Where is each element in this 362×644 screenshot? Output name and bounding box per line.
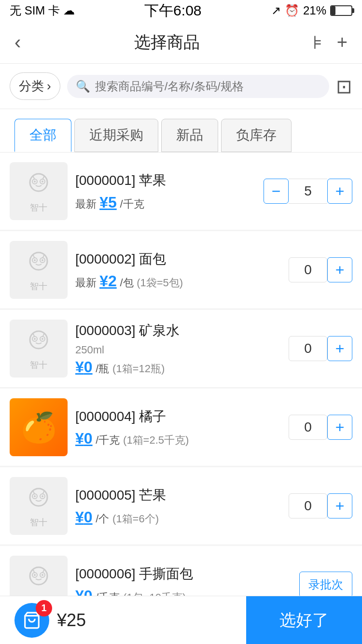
svg-point-18 bbox=[34, 495, 36, 497]
svg-point-23 bbox=[34, 574, 36, 576]
battery-fill bbox=[331, 6, 335, 15]
owl-label: 智十 bbox=[30, 359, 47, 371]
qty-control: + bbox=[289, 257, 352, 282]
product-image: 智十 bbox=[10, 320, 68, 378]
product-price: 最新 ¥5 /千克 bbox=[75, 194, 256, 211]
search-icon: 🔍 bbox=[76, 80, 90, 93]
qty-input[interactable] bbox=[289, 179, 327, 204]
product-name: [0000001] 苹果 bbox=[75, 171, 256, 190]
location-icon: ↗ bbox=[271, 4, 281, 17]
owl-label: 智十 bbox=[30, 517, 47, 528]
add-icon[interactable]: + bbox=[337, 32, 348, 53]
product-name: [0000004] 橘子 bbox=[75, 407, 281, 426]
status-left: 无 SIM 卡 ☁ bbox=[10, 3, 75, 18]
tab-new[interactable]: 新品 bbox=[161, 119, 218, 152]
qty-plus-button[interactable]: + bbox=[327, 257, 352, 282]
product-price: ¥0 /个 (1箱=6个) bbox=[75, 508, 281, 526]
owl-label: 智十 bbox=[30, 202, 47, 213]
batch-button[interactable]: 录批次 bbox=[299, 572, 352, 598]
tab-negative[interactable]: 负库存 bbox=[221, 119, 292, 152]
product-item: 🍊 [0000004] 橘子 ¥0 /千克 (1箱=2.5千克) + bbox=[0, 389, 362, 466]
svg-point-24 bbox=[42, 574, 43, 576]
tab-bar: 全部 近期采购 新品 负库存 bbox=[0, 109, 362, 153]
product-name: [0000002] 面包 bbox=[75, 250, 281, 268]
qty-control: + bbox=[289, 336, 352, 361]
status-bar: 无 SIM 卡 ☁ 下午6:08 ↗ ⏰ 21% bbox=[0, 0, 362, 21]
qty-plus-button[interactable]: + bbox=[327, 179, 352, 204]
page-title: 选择商品 bbox=[134, 31, 200, 54]
back-button[interactable]: ‹ bbox=[14, 31, 21, 53]
product-list: 智十 [0000001] 苹果 最新 ¥5 /千克 − + bbox=[0, 153, 362, 644]
product-info: [0000001] 苹果 最新 ¥5 /千克 bbox=[75, 171, 256, 211]
product-name: [0000006] 手撕面包 bbox=[75, 565, 292, 583]
product-info: [0000005] 芒果 ¥0 /个 (1箱=6个) bbox=[75, 486, 281, 526]
product-placeholder: 智十 bbox=[10, 162, 68, 220]
qty-input[interactable] bbox=[289, 493, 327, 518]
product-price: 最新 ¥2 /包 (1袋=5包) bbox=[75, 272, 281, 290]
chevron-right-icon: › bbox=[47, 79, 51, 94]
qty-plus-button[interactable]: + bbox=[327, 336, 352, 361]
qty-plus-button[interactable]: + bbox=[327, 493, 352, 518]
product-price: ¥0 /瓶 (1箱=12瓶) bbox=[75, 358, 281, 376]
qty-minus-button[interactable]: − bbox=[264, 179, 289, 204]
product-image: 智十 bbox=[10, 241, 68, 299]
battery-icon bbox=[330, 5, 352, 16]
qty-control: + bbox=[289, 415, 352, 440]
sim-label: 无 SIM 卡 ☁ bbox=[10, 3, 75, 18]
search-input[interactable] bbox=[95, 80, 320, 93]
cart-area: 1 ¥25 bbox=[0, 603, 246, 638]
product-info: [0000004] 橘子 ¥0 /千克 (1箱=2.5千克) bbox=[75, 407, 281, 448]
product-name: [0000003] 矿泉水 bbox=[75, 322, 281, 340]
product-item: 智十 [0000005] 芒果 ¥0 /个 (1箱=6个) + bbox=[0, 467, 362, 545]
qty-input[interactable] bbox=[289, 336, 327, 361]
svg-point-19 bbox=[42, 495, 43, 497]
product-info: [0000002] 面包 最新 ¥2 /包 (1袋=5包) bbox=[75, 250, 281, 290]
product-item: 智十 [0000002] 面包 最新 ¥2 /包 (1袋=5包) + bbox=[0, 231, 362, 309]
svg-point-8 bbox=[34, 259, 36, 261]
svg-point-4 bbox=[42, 181, 43, 182]
svg-point-14 bbox=[42, 338, 43, 340]
product-name: [0000005] 芒果 bbox=[75, 486, 281, 504]
category-label: 分类 bbox=[19, 78, 44, 95]
status-right: ↗ ⏰ 21% bbox=[271, 4, 352, 17]
product-placeholder: 智十 bbox=[10, 477, 68, 535]
cart-badge: 1 bbox=[36, 600, 52, 616]
category-button[interactable]: 分类 › bbox=[10, 72, 60, 100]
qty-input[interactable] bbox=[289, 257, 327, 282]
tab-recent[interactable]: 近期采购 bbox=[74, 119, 158, 152]
cart-total: ¥25 bbox=[57, 610, 86, 630]
bottom-bar: 1 ¥25 选好了 bbox=[0, 596, 362, 644]
product-image: 🍊 bbox=[10, 398, 68, 456]
qty-input[interactable] bbox=[289, 415, 327, 440]
product-item: 智十 [0000003] 矿泉水 250ml ¥0 /瓶 (1箱=12瓶) + bbox=[0, 310, 362, 388]
qty-control: 录批次 bbox=[299, 572, 352, 598]
product-placeholder: 智十 bbox=[10, 320, 68, 378]
nav-bar: ‹ 选择商品 ⊧ + bbox=[0, 21, 362, 64]
alarm-icon: ⏰ bbox=[285, 4, 299, 17]
search-bar[interactable]: 🔍 bbox=[67, 75, 329, 98]
qty-control: + bbox=[289, 493, 352, 518]
qty-plus-button[interactable]: + bbox=[327, 415, 352, 440]
svg-point-9 bbox=[42, 259, 43, 261]
status-time: 下午6:08 bbox=[144, 1, 201, 21]
toolbar: 分类 › 🔍 ⊡ bbox=[0, 64, 362, 109]
scan-icon[interactable]: ⊡ bbox=[336, 75, 352, 98]
product-info: [0000003] 矿泉水 250ml ¥0 /瓶 (1箱=12瓶) bbox=[75, 322, 281, 376]
cart-button[interactable]: 1 bbox=[14, 603, 49, 638]
svg-point-3 bbox=[34, 181, 36, 182]
owl-label: 智十 bbox=[30, 280, 47, 292]
nav-actions: ⊧ + bbox=[313, 32, 348, 53]
product-image: 智十 bbox=[10, 477, 68, 535]
product-image: 智十 bbox=[10, 162, 68, 220]
product-price: ¥0 /千克 (1箱=2.5千克) bbox=[75, 430, 281, 448]
battery-label: 21% bbox=[303, 4, 326, 17]
svg-point-13 bbox=[34, 338, 36, 340]
qty-control: − + bbox=[264, 179, 352, 204]
product-placeholder: 智十 bbox=[10, 241, 68, 299]
product-spec: 250ml bbox=[75, 344, 281, 356]
filter-icon[interactable]: ⊧ bbox=[313, 32, 322, 53]
product-item: 智十 [0000001] 苹果 最新 ¥5 /千克 − + bbox=[0, 153, 362, 230]
tab-all[interactable]: 全部 bbox=[14, 119, 71, 152]
confirm-button[interactable]: 选好了 bbox=[246, 596, 362, 644]
